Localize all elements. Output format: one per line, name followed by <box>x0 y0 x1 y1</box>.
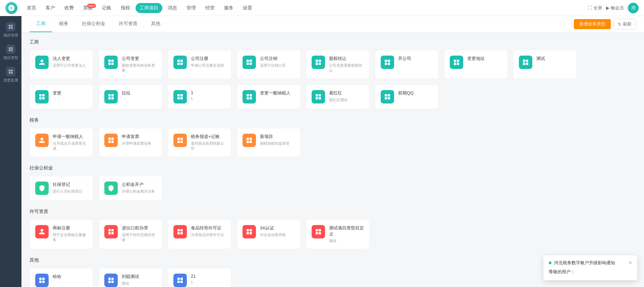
nav-item-服务[interactable]: 服务 <box>220 3 237 13</box>
sidebar-item-项目管理[interactable]: 项目管理 <box>0 19 21 41</box>
fullscreen-btn[interactable]: ⛶ 全屏 <box>588 5 602 11</box>
card-gongshang-11[interactable]: 变更一般纳税人 <box>237 84 301 109</box>
svg-rect-11 <box>11 72 13 74</box>
svg-rect-73 <box>250 138 252 140</box>
card-shebao-1[interactable]: 公积金开户办理公积金相关业务 <box>99 176 162 201</box>
card-icon-2 <box>173 225 187 238</box>
vip-btn[interactable]: ▶ 畅会员 <box>606 5 624 11</box>
card-shuiwu-0[interactable]: 申请一般纳税人当月或次月成变更完成 <box>30 128 93 157</box>
card-gongshang-13[interactable]: 前期QQ <box>375 84 439 109</box>
sub-tab-税务[interactable]: 税务 <box>52 16 75 32</box>
svg-rect-97 <box>111 278 114 280</box>
card-gongshang-6[interactable]: 变更地址 <box>444 50 508 79</box>
sidebar-item-进度监测[interactable]: 进度监测 <box>0 64 21 86</box>
svg-rect-1 <box>11 25 13 26</box>
nav-item-工商项目[interactable]: 工商项目 <box>136 3 162 13</box>
nav-item-经营[interactable]: 经营 <box>201 3 219 13</box>
card-info-2: 211 <box>191 274 226 285</box>
nav-item-报税[interactable]: 报税 <box>117 3 134 13</box>
card-info-13: 前期QQ <box>398 90 433 97</box>
card-desc: 股权变更外的业务变更 <box>122 63 157 73</box>
sidebar-icon <box>6 22 15 31</box>
card-title: 葛红红 <box>329 90 364 96</box>
nav-item-消息[interactable]: 消息 <box>164 3 181 13</box>
card-icon-0 <box>35 274 49 287</box>
content-area: 工商法人变更适用于公司变更法人 公司变更股权变更外的业务变更 公司注册申请公司注… <box>21 32 644 287</box>
card-desc: 葛红红测试 <box>329 97 364 102</box>
card-zizhi-4[interactable]: 测试项目类型目定义测试 <box>306 219 370 249</box>
card-gongshang-3[interactable]: 公司注销适用于注销公司 <box>237 50 301 79</box>
nav-item-收费[interactable]: 收费 <box>60 3 78 13</box>
notif-header: 河北税务数字账户升级影响通知 × <box>549 260 632 266</box>
card-qita-1[interactable]: 刘聪测试测试 <box>99 268 162 287</box>
card-gongshang-1[interactable]: 公司变更股权变更外的业务变更 <box>99 50 162 79</box>
add-type-button[interactable]: 新增业务类型 <box>574 19 611 29</box>
svg-rect-33 <box>457 60 459 62</box>
card-qita-2[interactable]: 211 <box>168 268 231 287</box>
card-icon-0 <box>35 225 49 238</box>
sub-tab-许可资质[interactable]: 许可资质 <box>112 16 144 32</box>
card-gongshang-4[interactable]: 股权转让公司变更需要股权转让 <box>306 50 370 79</box>
svg-rect-55 <box>250 97 252 99</box>
card-shebao-0[interactable]: 社保登记进行人员社保登记 <box>30 176 93 201</box>
avatar[interactable]: 用 <box>628 3 639 13</box>
svg-rect-26 <box>316 63 318 65</box>
card-zizhi-2[interactable]: 食品经营许可证办理食品经营许可证 <box>168 219 231 249</box>
card-icon-13 <box>381 90 394 103</box>
card-icon-9 <box>104 90 118 103</box>
svg-rect-62 <box>385 97 387 99</box>
card-gongshang-2[interactable]: 公司注册申请公司注册全流程 <box>168 50 231 79</box>
card-desc: 1 <box>191 96 226 101</box>
card-shuiwu-2[interactable]: 税务报道+记账拿到营业执照的新公司 <box>168 128 231 157</box>
sub-tab-工商[interactable]: 工商 <box>30 16 52 32</box>
nav-item-票据[interactable]: 票据new <box>79 3 97 13</box>
card-gongshang-5[interactable]: 开公司 <box>375 50 439 79</box>
cards-grid-zizhi: 商标注册用于企业商标注册服务 进出口权办理适用于对外贸易经营者 食品经营许可证办… <box>30 219 636 249</box>
svg-rect-23 <box>250 63 252 65</box>
sidebar-label: 项目管理 <box>3 33 18 38</box>
notif-title: 河北税务数字账户升级影响通知 <box>554 260 615 266</box>
card-title: 变更 <box>53 90 88 96</box>
section-shebao: 社保公积金社保登记进行人员社保登记公积金开户办理公积金相关业务 <box>30 165 636 201</box>
card-shuiwu-1[interactable]: 申请发票办理申请发票业务 <box>99 128 162 157</box>
svg-rect-78 <box>108 232 111 234</box>
card-gongshang-7[interactable]: 测试 <box>513 50 577 79</box>
card-gongshang-10[interactable]: 11 <box>168 84 231 109</box>
sub-nav-right: 新增业务类型 ↻ 刷新 <box>574 19 636 29</box>
section-title-shebao: 社保公积金 <box>30 165 636 171</box>
nav-item-管理[interactable]: 管理 <box>182 3 200 13</box>
sidebar-item-项目类型[interactable]: 项目类型 <box>0 41 21 64</box>
nav-item-设置[interactable]: 设置 <box>239 3 256 13</box>
card-zizhi-1[interactable]: 进出口权办理适用于对外贸易经营者 <box>99 219 162 249</box>
svg-rect-67 <box>111 141 114 143</box>
card-title: 税务报道+记账 <box>191 134 226 140</box>
nav-item-客户[interactable]: 客户 <box>42 3 59 13</box>
card-desc: 适用于公司变更法人 <box>53 63 88 68</box>
svg-rect-86 <box>247 232 249 234</box>
card-zizhi-0[interactable]: 商标注册用于企业商标注册服务 <box>30 219 93 249</box>
card-gongshang-0[interactable]: 法人变更适用于公司变更法人 <box>30 50 93 79</box>
card-qita-0[interactable]: 哈哈 <box>30 268 93 287</box>
card-gongshang-8[interactable]: 变更 <box>30 84 93 109</box>
svg-rect-34 <box>454 63 456 65</box>
card-title: 公积金开户 <box>122 182 157 188</box>
card-gongshang-12[interactable]: 葛红红葛红红测试 <box>306 84 370 109</box>
notification-popup: 河北税务数字账户升级影响通知 × 尊敬的用户： <box>543 255 637 280</box>
card-shuiwu-3[interactable]: 新项目报税加税控盘保管 <box>237 128 301 157</box>
sidebar-icon <box>6 45 15 54</box>
sub-tab-其他[interactable]: 其他 <box>144 16 167 32</box>
card-title: 社保登记 <box>53 182 88 188</box>
sub-tab-社保公积金[interactable]: 社保公积金 <box>75 16 112 32</box>
card-info-1: 刘聪测试测试 <box>122 274 157 286</box>
section-gongshang: 工商法人变更适用于公司变更法人 公司变更股权变更外的业务变更 公司注册申请公司注… <box>30 39 636 109</box>
nav-item-记账[interactable]: 记账 <box>98 3 115 13</box>
nav-items: 首页客户收费票据new记账报税工商项目消息管理经营服务设置 <box>23 3 588 13</box>
nav-right: ⛶ 全屏 ▶ 畅会员 用 <box>588 3 639 13</box>
notif-close-button[interactable]: × <box>629 260 632 266</box>
card-gongshang-9[interactable]: 拉拉 <box>99 84 162 109</box>
card-zizhi-3[interactable]: 3A认证对企业信誉评级 <box>237 219 301 249</box>
svg-rect-102 <box>177 281 180 283</box>
refresh-button[interactable]: ↻ 刷新 <box>613 19 636 29</box>
svg-rect-90 <box>316 232 318 234</box>
nav-item-首页[interactable]: 首页 <box>23 3 40 13</box>
